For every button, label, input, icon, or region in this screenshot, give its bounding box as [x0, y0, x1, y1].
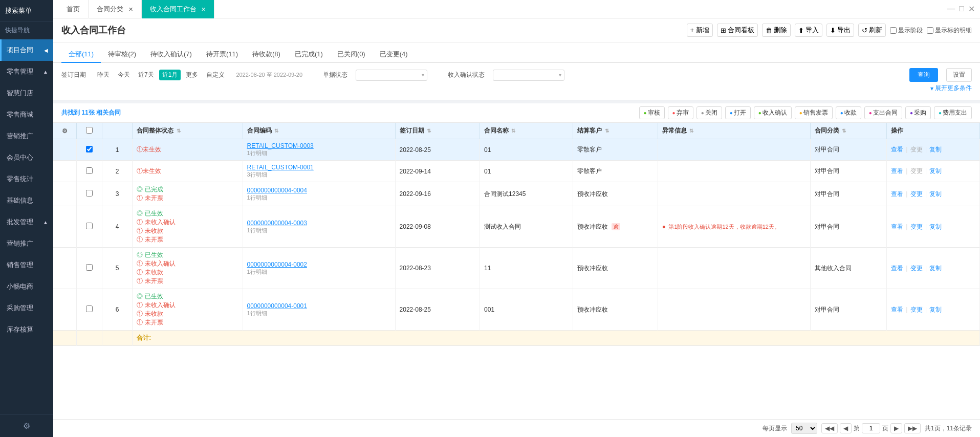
contract-code-link[interactable]: 0000000000004-0001 [247, 302, 307, 310]
sidebar-item-member[interactable]: 会员中心 [0, 147, 53, 168]
sidebar-item-smart-store[interactable]: 智慧门店 [0, 82, 53, 104]
status-tab-all[interactable]: 全部(11) [61, 47, 101, 63]
minimize-icon[interactable]: — [947, 4, 955, 14]
new-button[interactable]: + 新增 [687, 24, 713, 37]
import-button[interactable]: ⬆ 导入 [795, 24, 822, 37]
sidebar-item-marketing2[interactable]: 营销推广 [0, 233, 53, 254]
status-tab-pending-invoice[interactable]: 待开票(11) [199, 47, 245, 63]
sidebar-item-xiaochangec[interactable]: 小畅电商 [0, 276, 53, 297]
contract-code-link[interactable]: RETAIL_CUSTOM-0001 [247, 164, 314, 171]
status-tab-closed[interactable]: 已关闭(0) [330, 47, 373, 63]
date-more[interactable]: 更多 [183, 70, 201, 80]
sidebar-item-retail-mgmt[interactable]: 零售管理 ▲ [0, 61, 53, 82]
query-button[interactable]: 查询 [909, 68, 938, 82]
row-checkbox[interactable] [77, 139, 102, 161]
sidebar-search[interactable]: 搜索菜单 [0, 0, 53, 22]
edit-button[interactable]: 变更 [910, 265, 923, 272]
view-button[interactable]: 查看 [891, 265, 903, 272]
status-tab-completed[interactable]: 已完成(1) [288, 47, 330, 63]
sidebar-item-basic-info[interactable]: 基础信息 [0, 190, 53, 211]
income-confirm-select[interactable] [493, 70, 564, 81]
row-checkbox[interactable] [77, 161, 102, 182]
view-button[interactable]: 查看 [891, 306, 903, 313]
page-size-select[interactable]: 50 20 100 [791, 423, 817, 434]
action-sales-invoice[interactable]: ● 销售发票 [795, 106, 833, 119]
show-stages-checkbox[interactable]: 显示阶段 [890, 26, 923, 35]
close-window-icon[interactable]: ✕ [968, 4, 975, 14]
maximize-icon[interactable]: □ [959, 4, 964, 14]
view-button[interactable]: 查看 [891, 167, 903, 174]
action-expense-out[interactable]: ● 支出合同 [864, 106, 902, 119]
sidebar-nav[interactable]: 快捷导航 [0, 22, 53, 39]
sort-icon[interactable]: ⇅ [511, 128, 515, 134]
refresh-button[interactable]: ↺ 刷新 [858, 24, 886, 37]
status-tab-pending-review[interactable]: 待审核(2) [101, 47, 143, 63]
last-page-button[interactable]: ▶▶ [904, 423, 921, 433]
tab-close-income-workbench[interactable]: ✕ [201, 6, 206, 12]
copy-button[interactable]: 复制 [929, 190, 942, 198]
status-tab-changed[interactable]: 已变更(4) [373, 47, 415, 63]
row-checkbox[interactable] [77, 182, 102, 206]
sort-icon[interactable]: ⇅ [177, 128, 181, 134]
contract-code-link[interactable]: 0000000000004-0003 [247, 220, 307, 227]
copy-button[interactable]: 复制 [929, 265, 942, 272]
copy-button[interactable]: 复制 [929, 167, 942, 174]
tab-income-workbench[interactable]: 收入合同工作台 ✕ [142, 0, 215, 18]
contract-code-link[interactable]: 0000000000004-0004 [247, 187, 307, 194]
copy-button[interactable]: 复制 [929, 146, 942, 153]
tab-contract-category[interactable]: 合同分类 ✕ [89, 0, 142, 18]
action-review[interactable]: ● 审核 [639, 106, 665, 119]
status-tab-pending-collection[interactable]: 待收款(8) [245, 47, 288, 63]
action-purchase[interactable]: ● 采购 [905, 106, 931, 119]
row-checkbox[interactable] [77, 289, 102, 331]
select-all-checkbox[interactable] [86, 127, 93, 134]
sort-icon[interactable]: ⇅ [427, 128, 431, 134]
tab-home[interactable]: 首页 [58, 0, 89, 18]
first-page-button[interactable]: ◀◀ [821, 423, 838, 433]
date-yesterday[interactable]: 昨天 [94, 70, 113, 80]
action-close[interactable]: ● 关闭 [696, 106, 722, 119]
sort-icon[interactable]: ⇅ [842, 128, 846, 134]
contract-code-link[interactable]: 0000000000004-0002 [247, 261, 307, 268]
prev-page-button[interactable]: ◀ [840, 423, 852, 433]
edit-button[interactable]: 变更 [910, 223, 923, 230]
expand-filter-button[interactable]: ▾ 展开更多条件 [930, 84, 972, 93]
action-expense-spend[interactable]: ● 费用支出 [934, 106, 972, 119]
page-number-input[interactable] [862, 423, 880, 433]
delete-button[interactable]: 🗑 删除 [762, 24, 791, 37]
action-abandon[interactable]: ● 弃审 [668, 106, 693, 119]
show-details-checkbox[interactable]: 显示标的明细 [927, 26, 972, 35]
export-button[interactable]: ⬇ 导出 [826, 24, 854, 37]
action-open[interactable]: ● 打开 [725, 106, 751, 119]
action-income-confirm[interactable]: ● 收入确认 [754, 106, 792, 119]
view-button[interactable]: 查看 [891, 223, 903, 230]
sort-icon[interactable]: ⇅ [274, 128, 278, 134]
sort-icon[interactable]: ⇅ [605, 128, 609, 134]
sort-icon[interactable]: ⇅ [689, 128, 693, 134]
sidebar-item-retail-stat[interactable]: 零售统计 [0, 168, 53, 190]
edit-button[interactable]: 变更 [910, 190, 923, 198]
edit-button[interactable]: 变更 [910, 167, 923, 174]
doc-status-select[interactable] [356, 70, 427, 81]
date-7days[interactable]: 近7天 [135, 70, 157, 80]
tab-close-contract-category[interactable]: ✕ [128, 6, 133, 12]
sidebar-item-retail-ecom[interactable]: 零售商城 [0, 104, 53, 125]
settings-icon[interactable]: ⚙ [0, 414, 53, 437]
next-page-button[interactable]: ▶ [890, 423, 902, 433]
status-tab-pending-income-confirm[interactable]: 待收入确认(7) [143, 47, 199, 63]
row-checkbox[interactable] [77, 206, 102, 248]
contract-board-button[interactable]: ⊞ 合同看板 [717, 24, 758, 37]
edit-button[interactable]: 变更 [910, 306, 923, 313]
col-checkbox-header[interactable] [77, 123, 102, 139]
date-1month[interactable]: 近1月 [159, 70, 181, 80]
row-checkbox[interactable] [77, 248, 102, 289]
edit-button[interactable]: 变更 [910, 146, 923, 153]
sidebar-item-purchase[interactable]: 采购管理 [0, 297, 53, 319]
sidebar-item-inventory[interactable]: 库存核算 [0, 319, 53, 340]
set-button[interactable]: 设置 [946, 68, 972, 82]
date-today[interactable]: 今天 [115, 70, 133, 80]
action-collection[interactable]: ● 收款 [836, 106, 861, 119]
sidebar-item-sales-mgmt[interactable]: 销售管理 [0, 254, 53, 276]
copy-button[interactable]: 复制 [929, 306, 942, 313]
date-custom[interactable]: 自定义 [203, 70, 228, 80]
